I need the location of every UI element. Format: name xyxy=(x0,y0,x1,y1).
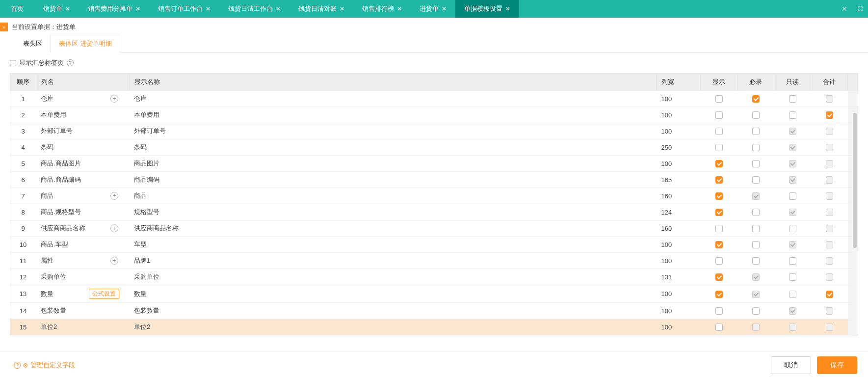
cell-display[interactable]: 数量 xyxy=(129,285,657,303)
table-row[interactable]: 7商品+商品160 xyxy=(10,188,858,204)
required-checkbox[interactable] xyxy=(752,307,760,315)
add-icon[interactable]: + xyxy=(110,224,118,232)
cell-width[interactable]: 100 xyxy=(657,91,701,107)
show-checkbox[interactable] xyxy=(715,160,723,167)
close-all-tabs-button[interactable] xyxy=(837,0,852,18)
cell-width[interactable]: 100 xyxy=(657,319,701,335)
top-tab[interactable]: 钱货日清工作台✕ xyxy=(219,0,289,18)
table-row[interactable]: 14包装数量包装数量100 xyxy=(10,303,858,319)
table-row[interactable]: 11属性+品牌1100 xyxy=(10,253,858,269)
add-icon[interactable]: + xyxy=(110,192,118,200)
footer-help-icon[interactable]: ? xyxy=(14,362,21,365)
show-checkbox[interactable] xyxy=(715,257,723,265)
required-checkbox[interactable] xyxy=(752,241,760,248)
cell-display[interactable]: 供应商商品名称 xyxy=(129,220,657,237)
top-tab[interactable]: 销售排行榜✕ xyxy=(353,0,411,18)
show-checkbox[interactable] xyxy=(715,95,723,103)
readonly-checkbox[interactable] xyxy=(789,225,796,232)
required-checkbox[interactable] xyxy=(752,225,760,232)
cell-width[interactable]: 100 xyxy=(657,156,701,172)
sidebar-expand-icon[interactable]: » xyxy=(0,23,8,31)
readonly-checkbox[interactable] xyxy=(789,95,796,103)
cancel-button[interactable]: 取消 xyxy=(771,356,811,365)
close-icon[interactable]: ✕ xyxy=(65,5,70,12)
close-icon[interactable]: ✕ xyxy=(276,5,281,12)
cell-display[interactable]: 品牌1 xyxy=(129,253,657,269)
fullscreen-button[interactable] xyxy=(852,0,868,18)
table-row[interactable]: 13数量公式设置数量100 xyxy=(10,285,858,303)
readonly-checkbox[interactable] xyxy=(789,192,796,200)
close-icon[interactable]: ✕ xyxy=(397,5,402,12)
cell-width[interactable]: 160 xyxy=(657,188,701,204)
show-checkbox[interactable] xyxy=(715,176,723,184)
show-checkbox[interactable] xyxy=(715,241,723,248)
table-row[interactable]: 3外部订单号外部订单号100 xyxy=(10,123,858,139)
readonly-checkbox[interactable] xyxy=(789,291,796,298)
add-icon[interactable]: + xyxy=(110,257,118,265)
cell-display[interactable]: 条码 xyxy=(129,139,657,156)
cell-width[interactable]: 131 xyxy=(657,269,701,285)
cell-width[interactable]: 100 xyxy=(657,253,701,269)
required-checkbox[interactable] xyxy=(752,176,760,184)
table-row[interactable]: 4条码条码250 xyxy=(10,139,858,156)
cell-display[interactable]: 商品编码 xyxy=(129,172,657,188)
sub-tab[interactable]: 表体区-进货单明细 xyxy=(51,35,120,53)
cell-display[interactable]: 采购单位 xyxy=(129,269,657,285)
show-checkbox[interactable] xyxy=(715,307,723,315)
table-row[interactable]: 1仓库+仓库100 xyxy=(10,91,858,107)
close-icon[interactable]: ✕ xyxy=(442,5,447,12)
close-icon[interactable]: ✕ xyxy=(206,5,210,12)
show-checkbox[interactable] xyxy=(715,111,723,119)
cell-width[interactable]: 160 xyxy=(657,220,701,237)
show-checkbox[interactable] xyxy=(715,291,723,298)
total-checkbox[interactable] xyxy=(826,111,833,119)
close-icon[interactable]: ✕ xyxy=(505,5,510,12)
cell-width[interactable]: 100 xyxy=(657,285,701,303)
help-icon[interactable]: ? xyxy=(67,59,74,66)
table-row[interactable]: 9供应商商品名称+供应商商品名称160 xyxy=(10,220,858,237)
show-checkbox[interactable] xyxy=(715,225,723,232)
cell-width[interactable]: 100 xyxy=(657,303,701,319)
cell-width[interactable]: 165 xyxy=(657,172,701,188)
show-checkbox[interactable] xyxy=(715,144,723,151)
cell-display[interactable]: 规格型号 xyxy=(129,204,657,220)
top-tab[interactable]: 销售费用分摊单✕ xyxy=(79,0,149,18)
required-checkbox[interactable] xyxy=(752,257,760,265)
total-checkbox[interactable] xyxy=(826,291,833,298)
readonly-checkbox[interactable] xyxy=(789,257,796,265)
scrollbar-thumb[interactable] xyxy=(853,113,857,248)
required-checkbox[interactable] xyxy=(752,111,760,119)
show-checkbox[interactable] xyxy=(715,128,723,135)
cell-display[interactable]: 商品 xyxy=(129,188,657,204)
readonly-checkbox[interactable] xyxy=(789,111,796,119)
top-tab[interactable]: 钱货日清对账✕ xyxy=(289,0,353,18)
show-checkbox[interactable] xyxy=(715,324,723,331)
top-tab[interactable]: 单据模板设置✕ xyxy=(455,0,519,18)
required-checkbox[interactable] xyxy=(752,160,760,167)
readonly-checkbox[interactable] xyxy=(789,273,796,281)
show-checkbox[interactable] xyxy=(715,192,723,200)
top-tab[interactable]: 销售订单工作台✕ xyxy=(149,0,219,18)
close-icon[interactable]: ✕ xyxy=(340,5,344,12)
show-checkbox[interactable] xyxy=(715,209,723,216)
required-checkbox[interactable] xyxy=(752,95,760,103)
cell-width[interactable]: 100 xyxy=(657,237,701,253)
table-row[interactable]: 10商品.车型车型100 xyxy=(10,237,858,253)
table-row[interactable]: 5商品.商品图片商品图片100 xyxy=(10,156,858,172)
save-button[interactable]: 保存 xyxy=(817,356,857,365)
close-icon[interactable]: ✕ xyxy=(135,5,140,12)
top-tab[interactable]: 销货单✕ xyxy=(34,0,79,18)
scrollbar-track[interactable] xyxy=(852,111,858,336)
cell-display[interactable]: 包装数量 xyxy=(129,303,657,319)
add-icon[interactable]: + xyxy=(110,95,118,103)
cell-display[interactable]: 单位2 xyxy=(129,319,657,335)
cell-display[interactable]: 本单费用 xyxy=(129,107,657,123)
table-row[interactable]: 12采购单位采购单位131 xyxy=(10,269,858,285)
cell-display[interactable]: 车型 xyxy=(129,237,657,253)
show-summary-checkbox[interactable] xyxy=(10,60,16,66)
top-tab[interactable]: 首页 xyxy=(0,0,34,18)
cell-width[interactable]: 250 xyxy=(657,139,701,156)
cell-display[interactable]: 仓库 xyxy=(129,91,657,107)
show-checkbox[interactable] xyxy=(715,273,723,281)
table-row[interactable]: 6商品.商品编码商品编码165 xyxy=(10,172,858,188)
